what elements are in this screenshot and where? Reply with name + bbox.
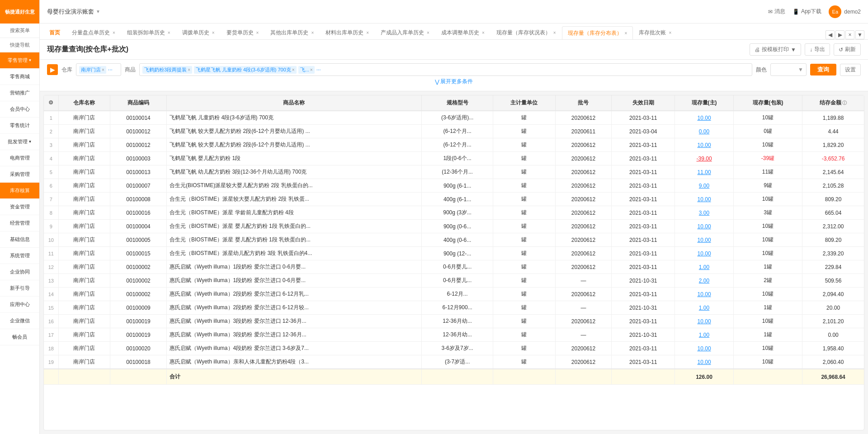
- tag-close-icon[interactable]: ×: [102, 67, 104, 72]
- row-stock-main[interactable]: 2.00: [675, 274, 734, 288]
- refresh-button[interactable]: ↺ 刷新: [834, 43, 861, 56]
- row-num: 6: [44, 179, 58, 193]
- row-stock-main[interactable]: 10.00: [675, 342, 734, 355]
- row-stock-main[interactable]: -39.00: [675, 152, 734, 165]
- sidebar-item-operation[interactable]: 经营管理: [0, 215, 39, 231]
- th-settings[interactable]: ⚙: [44, 95, 58, 111]
- tab-product-in[interactable]: 产成品入库单历史 ×: [375, 26, 435, 39]
- account-selector[interactable]: 母婴行业演示账套 ▼: [47, 8, 100, 16]
- row-stock-main[interactable]: 3.00: [675, 206, 734, 220]
- sidebar-item-search[interactable]: 搜索英单: [0, 24, 39, 38]
- close-icon[interactable]: ×: [256, 30, 259, 35]
- row-stock-main[interactable]: 11.00: [675, 165, 734, 179]
- row-stock-main[interactable]: 10.00: [675, 233, 734, 247]
- tab-stock-status[interactable]: 现存量（库存状况表） ×: [491, 26, 562, 39]
- row-stock-main[interactable]: 1.00: [675, 301, 734, 315]
- close-icon[interactable]: ×: [625, 31, 627, 36]
- row-num: 1: [44, 111, 58, 125]
- tab-menu-button[interactable]: ▼: [855, 30, 864, 39]
- tab-close-button[interactable]: ×: [845, 30, 854, 39]
- close-icon[interactable]: ×: [482, 30, 485, 35]
- row-stock-main[interactable]: 9.00: [675, 179, 734, 193]
- tab-batch-account[interactable]: 库存批次账 ×: [633, 26, 677, 39]
- sidebar-item-purchase[interactable]: 采购管理: [0, 166, 39, 183]
- close-icon[interactable]: ×: [311, 30, 314, 35]
- query-button[interactable]: 查询: [810, 64, 836, 75]
- sidebar-item-system[interactable]: 系统管理: [0, 248, 39, 264]
- sidebar-item-ecommerce[interactable]: 电商管理: [0, 150, 39, 166]
- row-amount: 2,094.40: [802, 288, 864, 301]
- color-filter-input[interactable]: ▼: [770, 63, 807, 76]
- tab-other-outstock[interactable]: 其他出库单历史 ×: [264, 26, 320, 39]
- sidebar-item-enterprise[interactable]: 企业协同: [0, 264, 39, 280]
- expand-more-button[interactable]: ⋁ 展开更多条件: [435, 78, 473, 85]
- close-icon[interactable]: ×: [553, 30, 556, 35]
- close-icon[interactable]: ×: [168, 30, 170, 35]
- sidebar-item-quick-nav[interactable]: 快捷导航: [0, 38, 39, 52]
- sidebar-item-stock[interactable]: 库存核算: [0, 183, 39, 199]
- sidebar-item-app-center[interactable]: 应用中心: [0, 297, 39, 313]
- tab-dispatch[interactable]: 调拨单历史 ×: [176, 26, 221, 39]
- tag-close-icon[interactable]: ×: [188, 67, 190, 72]
- tab-require-goods[interactable]: 要货单历史 ×: [221, 26, 265, 39]
- row-stock-main[interactable]: 10.00: [675, 111, 734, 125]
- tab-home[interactable]: 首页: [43, 26, 66, 39]
- close-icon[interactable]: ×: [113, 30, 115, 35]
- message-button[interactable]: ✉ 消息: [768, 8, 785, 15]
- row-amount: 20.00: [802, 301, 864, 315]
- sidebar-item-basic[interactable]: 基础信息: [0, 231, 39, 248]
- filter-expand-button[interactable]: ▶: [47, 64, 58, 75]
- chevron-down-icon[interactable]: ▼: [798, 66, 803, 73]
- row-stock-main[interactable]: 10.00: [675, 247, 734, 260]
- row-stock-main[interactable]: 0.00: [675, 125, 734, 138]
- filter-more-icon[interactable]: ···: [108, 66, 113, 73]
- row-stock-main[interactable]: 10.00: [675, 138, 734, 152]
- close-icon[interactable]: ×: [212, 30, 215, 35]
- tab-prev-button[interactable]: ◀: [826, 30, 835, 39]
- row-stock-main[interactable]: 1.00: [675, 328, 734, 342]
- tab-cost-adjust[interactable]: 成本调整单历史 ×: [435, 26, 491, 39]
- row-code: 00100016: [110, 206, 167, 220]
- close-icon[interactable]: ×: [669, 30, 671, 35]
- sidebar-item-marketing[interactable]: 营销推广: [0, 85, 39, 101]
- app-download-button[interactable]: 📱 App下载: [793, 8, 821, 15]
- sidebar-item-enterprise-wechat[interactable]: 企业微信: [0, 313, 39, 329]
- close-icon[interactable]: ×: [366, 30, 369, 35]
- row-name: 惠氏启赋（Wyeth illuma）1段奶粉 爱尔兰进口 0-6月婴...: [166, 260, 421, 274]
- filter-more-icon[interactable]: ···: [316, 66, 321, 73]
- sidebar-item-finance[interactable]: 资金管理: [0, 199, 39, 215]
- sidebar-item-wholesale[interactable]: 批发管理 ▼: [0, 134, 39, 150]
- close-icon[interactable]: ×: [427, 30, 429, 35]
- tab-stock-dist[interactable]: 现存量（库存分布表） ×: [562, 26, 633, 40]
- template-print-button[interactable]: 🖨 按模板打印 ▼: [750, 43, 801, 56]
- user-menu[interactable]: Ea demo2: [829, 5, 861, 18]
- setting-button[interactable]: 设置: [840, 64, 861, 76]
- sidebar-item-members-card[interactable]: 畅会员: [0, 329, 39, 345]
- page-actions: 🖨 按模板打印 ▼ ↓ 导出 ↺ 刷新: [750, 43, 861, 56]
- row-amount: 1,958.40: [802, 342, 864, 355]
- product-filter-input[interactable]: 飞鹤奶粉3段两提装 × 飞鹤星飞帆 儿童奶粉 4段(3-6岁适用) 700克 ×…: [139, 63, 752, 76]
- inventory-table: ⚙ 仓库名称 商品编码 商品名称 规格型号 主计量单位 批号 失效日期 现存量(…: [44, 95, 864, 385]
- sidebar-item-retail-mgmt[interactable]: 零售管理 ▼: [0, 52, 39, 69]
- row-stock-main[interactable]: 1.00: [675, 260, 734, 274]
- row-stock-main[interactable]: 10.00: [675, 220, 734, 233]
- sidebar-item-retail-stat[interactable]: 零售统计: [0, 118, 39, 134]
- settings-icon[interactable]: ⚙: [47, 99, 55, 107]
- warehouse-filter-input[interactable]: 南岸门店 × ···: [76, 63, 121, 76]
- row-num: 19: [44, 355, 58, 369]
- row-stock-main[interactable]: 10.00: [675, 355, 734, 369]
- row-stock-main[interactable]: 10.00: [675, 315, 734, 328]
- tab-material-out[interactable]: 材料出库单历史 ×: [320, 26, 375, 39]
- export-button[interactable]: ↓ 导出: [805, 43, 830, 56]
- sidebar-item-member[interactable]: 会员中心: [0, 101, 39, 118]
- info-icon[interactable]: ⓘ: [842, 100, 847, 106]
- tab-split-inventory[interactable]: 分量盘点单历史 ×: [66, 26, 121, 39]
- sidebar-item-retail-mall[interactable]: 零售商城: [0, 69, 39, 85]
- tag-close-icon[interactable]: ×: [292, 67, 295, 72]
- row-stock-main[interactable]: 10.00: [675, 193, 734, 206]
- tag-close-icon[interactable]: ×: [310, 67, 313, 72]
- tab-disassemble[interactable]: 组装拆卸单历史 ×: [121, 26, 176, 39]
- row-stock-main[interactable]: 10.00: [675, 288, 734, 301]
- tab-next-button[interactable]: ▶: [835, 30, 844, 39]
- sidebar-item-guide[interactable]: 新手引导: [0, 280, 39, 297]
